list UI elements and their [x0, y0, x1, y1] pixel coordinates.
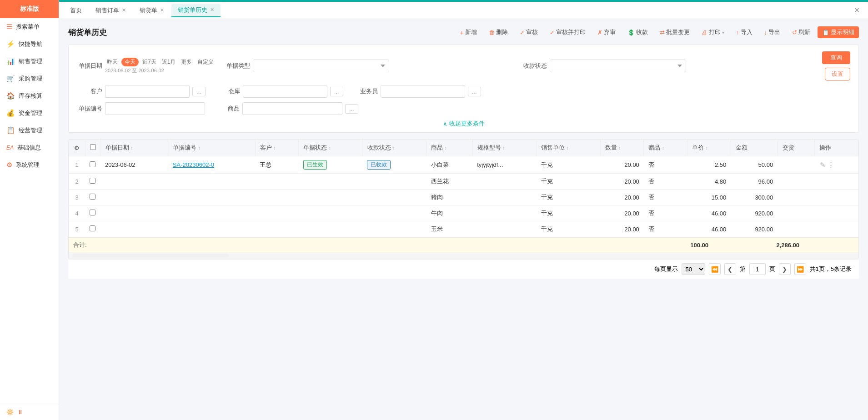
- col-payment-status-sort: ↕: [392, 145, 395, 150]
- customer-input[interactable]: [105, 85, 190, 98]
- batch-change-button[interactable]: ⇄ 批量变更: [655, 26, 694, 38]
- review-icon: ✓: [520, 29, 525, 36]
- goods-input[interactable]: [242, 102, 342, 115]
- review-print-button[interactable]: ✓ 审核并打印: [545, 26, 590, 38]
- sidebar-item-sales-mgmt[interactable]: 📊 销售管理: [0, 53, 59, 70]
- footer-total-qty: 100.00: [617, 242, 708, 249]
- review-button[interactable]: ✓ 审核: [515, 26, 542, 38]
- refresh-button[interactable]: ↺ 刷新: [788, 26, 815, 38]
- cell-checkbox[interactable]: [85, 190, 100, 205]
- cell-checkbox[interactable]: [85, 156, 100, 174]
- warehouse-input[interactable]: [243, 85, 327, 98]
- horizontal-scrollbar[interactable]: [72, 254, 229, 257]
- first-page-button[interactable]: ⏪: [709, 263, 721, 275]
- col-unit[interactable]: 销售单位 ↕: [537, 140, 600, 156]
- edit-action-icon[interactable]: ✎: [820, 161, 826, 169]
- show-detail-button[interactable]: 📋 显示明细: [818, 26, 859, 38]
- horizontal-scrollbar-area[interactable]: [69, 252, 858, 259]
- prev-page-button[interactable]: ❮: [724, 263, 736, 275]
- col-goods[interactable]: 商品 ↕: [426, 140, 473, 156]
- tab-bar-close[interactable]: ✕: [850, 6, 863, 15]
- cell-goods: 牛肉: [426, 205, 473, 221]
- col-settings[interactable]: ⚙: [69, 140, 85, 156]
- date-tab-1month[interactable]: 近1月: [160, 58, 178, 66]
- collapse-button[interactable]: ∧ 收起更多条件: [77, 120, 850, 128]
- refresh-label: 刷新: [798, 28, 810, 36]
- payment-select[interactable]: [550, 60, 686, 72]
- delete-button[interactable]: 🗑 删除: [484, 26, 512, 38]
- cell-action: ✎⋮: [814, 156, 858, 174]
- sidebar-item-operations[interactable]: 📋 经营管理: [0, 122, 59, 139]
- customer-ellipsis[interactable]: ...: [192, 87, 206, 96]
- bottom-icon-1[interactable]: 🔆: [6, 409, 14, 415]
- select-all-checkbox[interactable]: [90, 144, 96, 150]
- import-button[interactable]: ↑ 导入: [732, 26, 757, 38]
- row-checkbox[interactable]: [90, 178, 95, 184]
- next-page-button[interactable]: ❯: [779, 263, 791, 275]
- goods-ellipsis[interactable]: ...: [345, 104, 358, 114]
- filter-staff: 业务员 ...: [352, 85, 481, 98]
- col-price[interactable]: 单价 ↕: [687, 140, 731, 156]
- sidebar-item-inventory[interactable]: 🏠 库存核算: [0, 87, 59, 105]
- cell-checkbox[interactable]: [85, 205, 100, 221]
- col-order-status[interactable]: 单据状态 ↕: [299, 140, 362, 156]
- sidebar-item-basic-info[interactable]: EA 基础信息: [0, 139, 59, 156]
- sidebar-item-search-menu[interactable]: ☰ 搜索菜单: [0, 18, 59, 35]
- last-page-button[interactable]: ⏩: [794, 263, 806, 275]
- cell-spec: [472, 221, 536, 237]
- tab-sales-history[interactable]: 销货单历史 ✕: [171, 4, 221, 17]
- new-button[interactable]: + 新增: [455, 26, 482, 38]
- export-label: 导出: [768, 28, 780, 36]
- bottom-icon-2[interactable]: ⏸: [17, 409, 23, 415]
- date-tab-custom[interactable]: 自定义: [196, 58, 216, 66]
- sidebar-item-purchase-mgmt[interactable]: 🛒 采购管理: [0, 70, 59, 87]
- staff-input[interactable]: [381, 85, 465, 98]
- tab-home[interactable]: 首页: [64, 4, 88, 17]
- col-payment-status[interactable]: 收款状态 ↕: [362, 140, 426, 156]
- col-spec[interactable]: 规格型号 ↕: [472, 140, 536, 156]
- sidebar-item-finance[interactable]: 💰 资金管理: [0, 105, 59, 122]
- review-print-label: 审核并打印: [556, 28, 586, 36]
- date-tab-today[interactable]: 今天: [121, 58, 139, 66]
- row-checkbox[interactable]: [90, 194, 95, 200]
- query-button[interactable]: 查询: [822, 51, 850, 64]
- order-no-input[interactable]: [105, 102, 205, 115]
- filter-row-1: 单据日期 昨天 今天 近7天 近1月 更多 自定义 2023-06-02 至 2…: [77, 51, 850, 80]
- cell-customer: [255, 190, 299, 205]
- table-row: 12023-06-02SA-20230602-0王总已生效已收款小白菜tyjyj…: [69, 156, 858, 174]
- col-qty[interactable]: 数量 ↕: [600, 140, 644, 156]
- abandon-button[interactable]: ✗ 弃审: [593, 26, 620, 38]
- tab-sales-order[interactable]: 销售订单 ✕: [89, 4, 132, 17]
- cell-checkbox[interactable]: [85, 174, 100, 190]
- type-select[interactable]: [253, 60, 389, 72]
- page-number-input[interactable]: [749, 263, 766, 275]
- row-checkbox[interactable]: [90, 210, 95, 215]
- date-tab-yesterday[interactable]: 昨天: [105, 58, 120, 66]
- col-date[interactable]: 单据日期 ↕: [100, 140, 168, 156]
- warehouse-ellipsis[interactable]: ...: [330, 87, 343, 96]
- col-gift[interactable]: 赠品 ↕: [644, 140, 687, 156]
- col-date-sort: ↕: [130, 145, 133, 150]
- sidebar-item-sys-mgmt[interactable]: ⚙ 系统管理: [0, 156, 59, 174]
- collect-button[interactable]: 💲 收款: [623, 26, 652, 38]
- row-checkbox[interactable]: [90, 161, 95, 167]
- col-order-no[interactable]: 单据编号 ↕: [168, 140, 255, 156]
- export-button[interactable]: ↓ 导出: [760, 26, 785, 38]
- tab-sales-history-close[interactable]: ✕: [210, 7, 214, 13]
- total-info: 共1页，5条记录: [810, 265, 852, 273]
- sidebar-item-quick-nav[interactable]: ⚡ 快捷导航: [0, 35, 59, 53]
- date-tab-7days[interactable]: 近7天: [140, 58, 158, 66]
- staff-ellipsis[interactable]: ...: [468, 87, 481, 96]
- col-customer[interactable]: 客户 ↕: [255, 140, 299, 156]
- row-checkbox[interactable]: [90, 225, 95, 231]
- tab-sales-goods[interactable]: 销货单 ✕: [133, 4, 171, 17]
- cell-checkbox[interactable]: [85, 221, 100, 237]
- tab-sales-order-close[interactable]: ✕: [122, 7, 126, 13]
- tab-sales-goods-close[interactable]: ✕: [160, 7, 164, 13]
- date-tab-more[interactable]: 更多: [179, 58, 194, 66]
- more-action-icon[interactable]: ⋮: [828, 161, 834, 169]
- order-no-link[interactable]: SA-20230602-0: [173, 161, 214, 168]
- print-button[interactable]: 🖨 打印 ▾: [697, 26, 729, 38]
- per-page-select[interactable]: 50 20 100: [682, 263, 705, 275]
- set-button[interactable]: 设置: [825, 68, 850, 80]
